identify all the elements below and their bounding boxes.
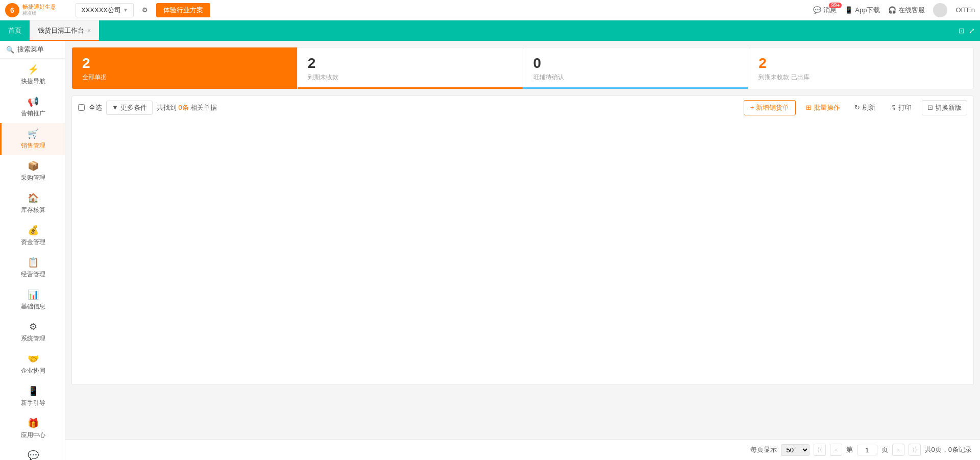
sidebar-search[interactable]: 🔍 搜索菜单	[0, 41, 65, 59]
table-area	[71, 119, 974, 385]
sidebar-item-sales[interactable]: 🛒 销售管理	[0, 123, 65, 155]
online-service-label: 在线客服	[898, 6, 925, 15]
select-all-checkbox[interactable]	[78, 104, 85, 111]
first-page-button[interactable]: ⟨⟨	[814, 444, 826, 456]
toolbar: 全选 ▼ 更多条件 共找到 0条 相关单据 + 新增销货单 ⊞ 批量操作 ↻ 刷…	[71, 95, 974, 119]
company-name: XXXXXX公司	[81, 6, 121, 15]
service-icon: 🎧	[888, 6, 896, 14]
more-filters-label: 更多条件	[120, 103, 147, 112]
sidebar-item-label: 销售管理	[21, 141, 45, 150]
sidebar-item-operations[interactable]: 📋 经营管理	[0, 252, 65, 284]
tab-workbench-label: 钱货日清工作台	[38, 26, 84, 35]
stat-wangfu-pending[interactable]: 0 旺辅待确认	[523, 47, 749, 89]
online-service-button[interactable]: 🎧 在线客服	[888, 6, 925, 15]
tab-workbench[interactable]: 钱货日清工作台 ×	[30, 20, 99, 41]
trial-button[interactable]: 体验行业方案	[156, 3, 210, 17]
sidebar-item-quick-nav[interactable]: ⚡ 快捷导航	[0, 59, 65, 91]
refresh-icon: ↻	[854, 104, 860, 111]
operations-icon: 📋	[28, 257, 39, 268]
print-icon: 🖨	[890, 104, 896, 111]
logo-area: 6 畅捷通好生意 标准版	[5, 3, 70, 17]
filter-icon: ▼	[112, 104, 118, 111]
add-sale-order-button[interactable]: + 新增销货单	[744, 100, 796, 115]
pagination-bar: 每页显示 10 20 50 100 ⟨⟨ ＜ 第 页 ＞ ⟩⟩ 共0页，0条记录	[65, 439, 980, 460]
main-content: 2 全部单据 2 到期未收款 0 旺辅待确认 2 到期未收款 已出库 全选 ▼ …	[65, 41, 980, 460]
logo-sub: 标准版	[22, 10, 56, 17]
tab-home-label: 首页	[8, 26, 21, 35]
sidebar-item-label: 采购管理	[21, 174, 45, 182]
stat-wangfu-pending-number: 0	[533, 55, 738, 72]
app-download-label: App下载	[855, 6, 880, 15]
sidebar-item-wechat[interactable]: 💬 企业微信	[0, 445, 65, 460]
sidebar-item-base-info[interactable]: 📊 基础信息	[0, 284, 65, 316]
stat-all-orders[interactable]: 2 全部单据	[72, 47, 298, 89]
settings-button[interactable]: ⚙	[138, 3, 152, 17]
refresh-button[interactable]: ↻ 刷新	[850, 101, 879, 114]
stat-wangfu-underline	[523, 87, 748, 89]
sidebar-item-label: 经营管理	[21, 270, 45, 279]
found-count: 0条	[179, 104, 189, 111]
download-icon: 📱	[845, 6, 853, 14]
sidebar-item-finance[interactable]: 💰 资金管理	[0, 220, 65, 252]
next-page-button[interactable]: ＞	[892, 444, 904, 456]
gear-icon: ⚙	[142, 6, 148, 14]
batch-operation-button[interactable]: ⊞ 批量操作	[802, 101, 844, 114]
stat-overdue-shipped-number: 2	[758, 55, 963, 72]
per-page-label: 每页显示	[750, 445, 777, 454]
system-icon: ⚙	[29, 321, 37, 332]
last-page-button[interactable]: ⟩⟩	[909, 444, 921, 456]
message-button[interactable]: 💬 消息 99+	[813, 6, 837, 15]
empty-state	[72, 119, 973, 365]
company-dropdown-icon: ▼	[123, 7, 128, 13]
total-records-label: 共0页，0条记录	[925, 445, 972, 454]
sidebar-item-label: 新手引导	[21, 399, 45, 407]
search-icon: 🔍	[6, 46, 14, 54]
tab-home[interactable]: 首页	[0, 20, 30, 41]
sales-icon: 🛒	[28, 128, 39, 139]
more-filters-button[interactable]: ▼ 更多条件	[106, 101, 153, 115]
sidebar-item-guide[interactable]: 📱 新手引导	[0, 380, 65, 413]
company-selector[interactable]: XXXXXX公司 ▼	[76, 3, 134, 17]
user-name-display[interactable]: OfTEn	[955, 6, 975, 14]
sidebar-item-label: 应用中心	[21, 431, 45, 440]
quick-nav-icon: ⚡	[28, 64, 39, 75]
page-suffix-label: 页	[881, 445, 888, 454]
page-number-input[interactable]	[857, 445, 877, 455]
minimize-icon[interactable]: ⊡	[959, 27, 965, 35]
switch-new-version-button[interactable]: ⊡ 切换新版	[922, 100, 967, 115]
batch-label: 批量操作	[814, 103, 840, 112]
toolbar-left: 全选 ▼ 更多条件 共找到 0条 相关单据	[78, 101, 217, 115]
sidebar-item-label: 基础信息	[21, 302, 45, 311]
stat-overdue-shipped[interactable]: 2 到期未收款 已出库	[748, 47, 973, 89]
message-icon: 💬	[813, 6, 821, 14]
stat-overdue-unpaid-label: 到期未收款	[308, 73, 512, 82]
refresh-label: 刷新	[862, 103, 875, 112]
stat-all-orders-number: 2	[82, 55, 287, 72]
sidebar-item-marketing[interactable]: 📢 营销推广	[0, 91, 65, 123]
expand-icon[interactable]: ⤢	[969, 27, 975, 35]
tab-close-icon[interactable]: ×	[87, 27, 91, 34]
sidebar-item-app-center[interactable]: 🎁 应用中心	[0, 413, 65, 445]
sidebar-item-system[interactable]: ⚙ 系统管理	[0, 316, 65, 348]
print-button[interactable]: 🖨 打印	[886, 101, 916, 114]
stat-wangfu-pending-label: 旺辅待确认	[533, 73, 738, 82]
found-prefix: 共找到	[157, 104, 177, 111]
guide-icon: 📱	[28, 385, 39, 397]
logo-text-area: 畅捷通好生意 标准版	[22, 3, 56, 17]
stat-overdue-unpaid[interactable]: 2 到期未收款	[298, 47, 523, 89]
sidebar-item-enterprise[interactable]: 🤝 企业协同	[0, 348, 65, 380]
avatar-image	[933, 3, 947, 17]
prev-page-button[interactable]: ＜	[830, 444, 842, 456]
per-page-select[interactable]: 10 20 50 100	[781, 444, 810, 456]
batch-icon: ⊞	[806, 104, 812, 111]
stat-overdue-underline	[298, 87, 523, 89]
sidebar-item-purchase[interactable]: 📦 采购管理	[0, 155, 65, 187]
inventory-icon: 🏠	[28, 192, 39, 204]
base-info-icon: 📊	[28, 289, 39, 300]
stats-row: 2 全部单据 2 到期未收款 0 旺辅待确认 2 到期未收款 已出库	[71, 47, 974, 89]
marketing-icon: 📢	[28, 96, 39, 107]
user-avatar[interactable]	[933, 3, 947, 17]
app-download-button[interactable]: 📱 App下载	[845, 6, 880, 15]
sidebar-item-inventory[interactable]: 🏠 库存核算	[0, 187, 65, 220]
finance-icon: 💰	[28, 225, 39, 236]
